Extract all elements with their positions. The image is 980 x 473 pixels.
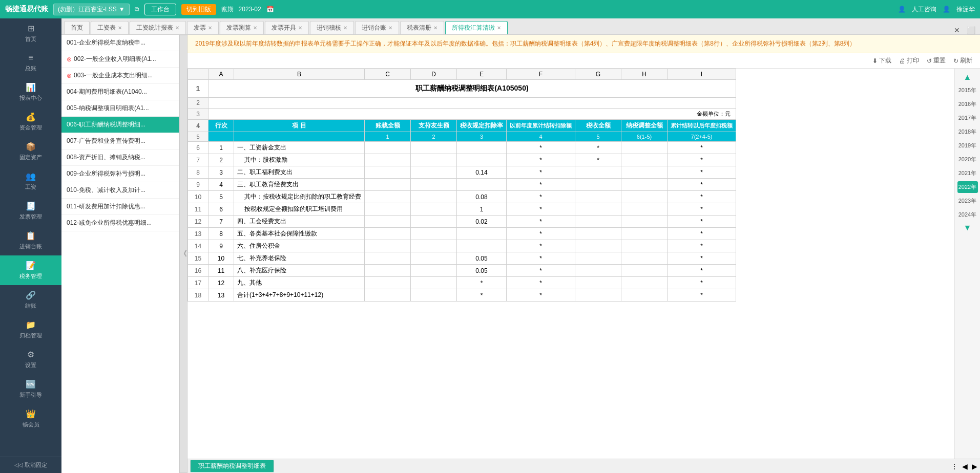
tab-fapiao-close[interactable]: ✕: [208, 25, 212, 31]
row-3-c5[interactable]: [575, 166, 621, 179]
year-2023[interactable]: 2023年: [957, 195, 978, 207]
row-10-c1[interactable]: [365, 252, 411, 265]
cancel-pin-button[interactable]: ◁◁ 取消固定: [14, 461, 47, 469]
user-name[interactable]: 徐淀华: [956, 5, 975, 14]
sidebar-item-settings[interactable]: ⚙ 设置: [0, 345, 61, 374]
tab-jxjh-close[interactable]: ✕: [343, 25, 347, 31]
tab-salary[interactable]: 工资表 ✕: [91, 21, 129, 34]
tab-fapiao-calc[interactable]: 发票测算 ✕: [220, 21, 264, 34]
tab-fapiao-open[interactable]: 发票开具 ✕: [265, 21, 309, 34]
tab-jxjh[interactable]: 进销稽核 ✕: [310, 21, 354, 34]
row-12-c2[interactable]: [411, 277, 457, 289]
year-scroll-down[interactable]: ▼: [962, 222, 973, 234]
year-2020[interactable]: 2020年: [957, 154, 978, 165]
refresh-btn[interactable]: ↻ 刷新: [953, 56, 972, 65]
tab-fapiao[interactable]: 发票 ✕: [187, 21, 219, 34]
sidebar-item-archive[interactable]: 📁 归档管理: [0, 315, 61, 345]
tab-salary-report-close[interactable]: ✕: [175, 25, 179, 31]
row-8-c1[interactable]: [365, 228, 411, 240]
row-4-c6[interactable]: [621, 179, 668, 191]
list-item-012[interactable]: 012-减免企业所得税优惠明细...: [61, 215, 179, 231]
row-12-c6[interactable]: [621, 277, 668, 289]
tab-fapiao-calc-close[interactable]: ✕: [253, 25, 257, 31]
row-7-c2[interactable]: [411, 216, 457, 228]
print-btn[interactable]: 🖨 打印: [899, 56, 919, 65]
row-11-c6[interactable]: [621, 265, 668, 277]
row-1-c1[interactable]: [365, 142, 411, 154]
row-8-c5[interactable]: [575, 228, 621, 240]
reset-btn[interactable]: ↺ 重置: [927, 56, 946, 65]
row-6-c2[interactable]: [411, 203, 457, 216]
sidebar-item-tax[interactable]: 📝 税务管理: [0, 255, 61, 285]
row-7-c5[interactable]: [575, 216, 621, 228]
row-10-c5[interactable]: [575, 252, 621, 265]
row-13-c6[interactable]: [621, 289, 668, 302]
row-10-c2[interactable]: [411, 252, 457, 265]
row-13-c1[interactable]: [365, 289, 411, 302]
row-3-c1[interactable]: [365, 166, 411, 179]
sidebar-item-sales[interactable]: 📋 进销台账: [0, 226, 61, 255]
scroll-right-icon[interactable]: ▶: [972, 462, 977, 470]
year-2024[interactable]: 2024年: [957, 209, 978, 221]
row-2-c3[interactable]: [457, 154, 507, 166]
row-5-c1[interactable]: [365, 191, 411, 203]
row-2-c2[interactable]: [411, 154, 457, 166]
tab-shuibiao-close[interactable]: ✕: [433, 25, 437, 31]
close-all-btn[interactable]: ✕: [952, 26, 962, 34]
tab-salary-report[interactable]: 工资统计报表 ✕: [130, 21, 186, 34]
year-2019[interactable]: 2019年: [957, 140, 978, 152]
download-btn[interactable]: ⬇ 下载: [872, 56, 891, 65]
row-6-c5[interactable]: [575, 203, 621, 216]
row-9-c6[interactable]: [621, 240, 668, 252]
row-9-c1[interactable]: [365, 240, 411, 252]
row-4-c2[interactable]: [411, 179, 457, 191]
sidebar-item-guide[interactable]: 🆕 新手引导: [0, 374, 61, 404]
row-9-c3[interactable]: [457, 240, 507, 252]
row-4-c5[interactable]: [575, 179, 621, 191]
list-item-001[interactable]: 001-企业所得税年度纳税申...: [61, 35, 179, 51]
row-3-c2[interactable]: [411, 166, 457, 179]
support-label[interactable]: 人工咨询: [912, 5, 936, 14]
scroll-left-icon[interactable]: ◀: [962, 462, 968, 470]
expand-btn[interactable]: ⬜: [965, 26, 977, 34]
row-8-c6[interactable]: [621, 228, 668, 240]
sidebar-item-assets[interactable]: 📦 固定资产: [0, 137, 61, 166]
list-item-005[interactable]: 005-纳税调整项目明细表(A1...: [61, 100, 179, 117]
sidebar-item-home[interactable]: ⊞ 首页: [0, 18, 61, 48]
list-item-009[interactable]: 009-企业所得税弥补亏损明...: [61, 166, 179, 182]
sidebar-item-close[interactable]: 🔗 结账: [0, 285, 61, 315]
sidebar-item-member[interactable]: 👑 畅会员: [0, 404, 61, 434]
tab-fapiao-open-close[interactable]: ✕: [298, 25, 302, 31]
tab-jxtz[interactable]: 进销台账 ✕: [355, 21, 399, 34]
row-9-c5[interactable]: [575, 240, 621, 252]
year-2017[interactable]: 2017年: [957, 112, 978, 124]
tab-home[interactable]: 首页: [64, 21, 90, 34]
row-1-c6[interactable]: [621, 142, 668, 154]
calendar-icon[interactable]: 📅: [266, 6, 274, 13]
row-8-c2[interactable]: [411, 228, 457, 240]
tab-shuibiao[interactable]: 税表清册 ✕: [400, 21, 444, 34]
row-5-c5[interactable]: [575, 191, 621, 203]
list-item-006[interactable]: 006-职工薪酬纳税调整明细...: [61, 117, 179, 133]
row-11-c1[interactable]: [365, 265, 411, 277]
row-12-c5[interactable]: [575, 277, 621, 289]
list-item-002[interactable]: ⊗ 002-一般企业收入明细表(A1...: [61, 51, 179, 68]
sidebar-item-capital[interactable]: 💰 资金管理: [0, 107, 61, 137]
row-2-c6[interactable]: [621, 154, 668, 166]
row-13-c5[interactable]: [575, 289, 621, 302]
row-3-c6[interactable]: [621, 166, 668, 179]
tab-salary-close[interactable]: ✕: [118, 25, 122, 31]
row-12-c1[interactable]: [365, 277, 411, 289]
workspace-button[interactable]: 工作台: [144, 4, 176, 15]
row-4-c3[interactable]: [457, 179, 507, 191]
row-7-c1[interactable]: [365, 216, 411, 228]
row-8-c3[interactable]: [457, 228, 507, 240]
sidebar-item-salary[interactable]: 👥 工资: [0, 166, 61, 196]
sheet-options-icon[interactable]: ⋮: [951, 462, 958, 470]
tab-income-tax-close[interactable]: ✕: [497, 25, 501, 31]
row-11-c5[interactable]: [575, 265, 621, 277]
row-6-c1[interactable]: [365, 203, 411, 216]
list-item-007[interactable]: 007-广告费和业务宣传费明...: [61, 133, 179, 149]
tab-income-tax[interactable]: 所得税汇算清缴 ✕: [445, 21, 508, 34]
sheet-container[interactable]: A B C D E F G H I: [187, 69, 954, 459]
